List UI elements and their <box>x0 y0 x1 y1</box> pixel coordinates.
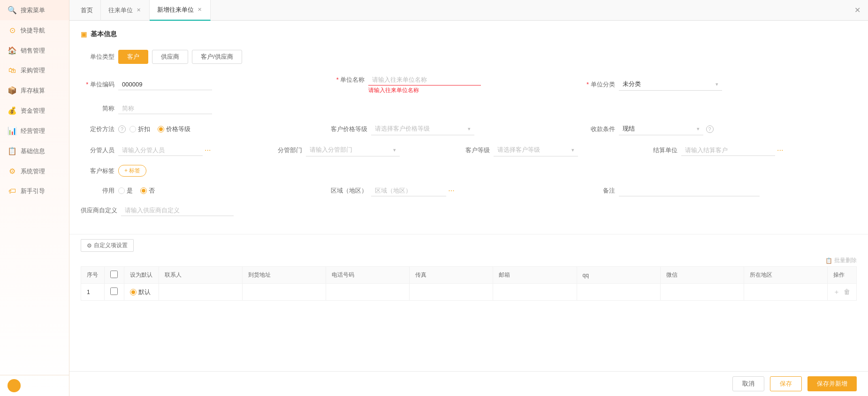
select-all-checkbox[interactable] <box>110 271 118 278</box>
sidebar-item-sales[interactable]: 🏠 销售管理 <box>0 40 69 61</box>
customer-level-label: 客户等级 <box>456 146 494 155</box>
disabled-radios: 是 否 <box>118 186 155 195</box>
region-input[interactable] <box>371 185 446 196</box>
payment-terms-label: 收款条件 <box>581 125 619 133</box>
tab-counterparty-close[interactable]: ✕ <box>136 6 142 14</box>
section-title-icon: ▣ <box>81 31 87 38</box>
add-tag-button[interactable]: + 标签 <box>118 165 146 177</box>
sidebar-label-sales: 销售管理 <box>21 47 45 55</box>
cell-address[interactable] <box>243 284 326 301</box>
short-name-input[interactable] <box>118 103 212 114</box>
cell-fax[interactable] <box>410 284 493 301</box>
save-button[interactable]: 保存 <box>770 376 802 391</box>
unit-type-label: 单位类型 <box>81 53 118 61</box>
avatar <box>8 379 21 392</box>
section-title: ▣ 基本信息 <box>81 30 831 39</box>
row-default-radio[interactable]: 默认 <box>130 288 153 296</box>
wechat-input[interactable] <box>666 289 738 295</box>
customer-price-level-select[interactable]: 请选择客户价格等级 ▾ <box>371 123 474 135</box>
sidebar-item-purchase[interactable]: 🛍 采购管理 <box>0 61 69 80</box>
sidebar-item-search[interactable]: 🔍 搜索菜单 <box>0 0 69 20</box>
customer-level-select[interactable]: 请选择客户等级 ▾ <box>494 144 578 156</box>
form-area: ▣ 基本信息 单位类型 客户 供应商 客户/供应商 单位编码 <box>69 21 868 234</box>
custom-settings-button[interactable]: ⚙ 自定义项设置 <box>81 239 134 252</box>
phone-input[interactable] <box>332 289 404 295</box>
notes-label: 备注 <box>581 186 619 195</box>
payment-terms-select[interactable]: 现结 ▾ <box>619 123 703 135</box>
tags-row: 客户标签 + 标签 <box>81 165 831 177</box>
guide-icon: 🏷 <box>8 187 17 195</box>
tab-home[interactable]: 首页 <box>73 0 101 21</box>
contact-input[interactable] <box>165 289 236 295</box>
unit-code-input[interactable] <box>118 79 212 90</box>
supplier-custom-row: 供应商自定义 <box>81 205 831 216</box>
row-default-dot <box>131 290 135 294</box>
radio-disabled-no[interactable]: 否 <box>140 186 155 195</box>
sidebar-item-operations[interactable]: 📊 经营管理 <box>0 121 69 141</box>
sidebar-item-system[interactable]: ⚙ 系统管理 <box>0 161 69 181</box>
fax-input[interactable] <box>415 289 487 295</box>
row-checkbox[interactable] <box>110 287 118 295</box>
tab-counterparty[interactable]: 往来单位 ✕ <box>101 0 150 21</box>
cell-wechat[interactable] <box>660 284 744 301</box>
code-name-category-row: 单位编码 单位名称 请输入往来单位名称 <box>81 74 831 94</box>
sidebar-item-shortcut[interactable]: ⊙ 快捷导航 <box>0 20 69 40</box>
unit-code-group: 单位编码 <box>81 79 321 90</box>
row-actions: ＋ 🗑 <box>833 288 851 296</box>
region-group: 区域（地区） ··· <box>331 185 571 196</box>
cell-action: ＋ 🗑 <box>827 284 856 301</box>
sidebar-item-inventory[interactable]: 📦 库存核算 <box>0 80 69 101</box>
region-more-button[interactable]: ··· <box>446 186 456 195</box>
cell-checkbox <box>104 284 124 301</box>
radio-discount[interactable]: 折扣 <box>129 125 150 133</box>
radio-disabled-yes[interactable]: 是 <box>118 186 133 195</box>
payment-terms-value: 现结 <box>623 124 635 133</box>
pricing-method-help[interactable]: ? <box>118 125 126 133</box>
tab-new-counterparty-close[interactable]: ✕ <box>197 6 203 14</box>
window-close-button[interactable]: ✕ <box>851 4 864 16</box>
sidebar-label-operations: 经营管理 <box>21 127 45 135</box>
sidebar-item-guide[interactable]: 🏷 新手引导 <box>0 181 69 201</box>
qq-input[interactable] <box>583 289 655 295</box>
sidebar-label-shortcut: 快捷导航 <box>21 26 45 35</box>
tab-new-counterparty[interactable]: 新增往来单位 ✕ <box>150 0 211 21</box>
department-select[interactable]: 请输入分管部门 ▾ <box>306 144 400 156</box>
cell-qq[interactable] <box>577 284 660 301</box>
unit-btn-customer[interactable]: 客户 <box>118 50 148 64</box>
save-and-new-button[interactable]: 保存并新增 <box>807 376 857 391</box>
supplier-custom-input[interactable] <box>121 205 234 216</box>
cell-region[interactable] <box>744 284 827 301</box>
cell-phone[interactable] <box>326 284 410 301</box>
manager-more-button[interactable]: ··· <box>203 146 213 155</box>
row-add-button[interactable]: ＋ <box>833 288 840 296</box>
cell-email[interactable] <box>493 284 577 301</box>
notes-input[interactable] <box>619 185 760 196</box>
col-qq: qq <box>577 267 660 284</box>
settlement-unit-input[interactable] <box>681 145 775 156</box>
sidebar-item-finance[interactable]: 💰 资金管理 <box>0 101 69 121</box>
main-content: 首页 往来单位 ✕ 新增往来单位 ✕ ✕ ▣ 基本信息 单位类型 <box>69 0 868 396</box>
radio-price-level[interactable]: 价格等级 <box>158 125 190 133</box>
manager-input[interactable] <box>118 145 203 156</box>
address-input[interactable] <box>248 289 320 295</box>
customer-price-level-chevron: ▾ <box>468 126 471 132</box>
cell-contact[interactable] <box>159 284 242 301</box>
settlement-unit-more-button[interactable]: ··· <box>775 146 785 155</box>
sidebar-label-basic: 基础信息 <box>21 147 45 155</box>
email-input[interactable] <box>499 289 571 295</box>
pricing-row: 定价方法 ? 折扣 价格等级 <box>81 123 831 135</box>
payment-terms-help[interactable]: ? <box>706 125 714 133</box>
cancel-button[interactable]: 取消 <box>732 376 764 391</box>
unit-name-input[interactable] <box>368 74 481 85</box>
region-input-table[interactable] <box>750 289 822 295</box>
unit-btn-supplier[interactable]: 供应商 <box>152 50 188 64</box>
unit-name-label: 单位名称 <box>331 76 368 84</box>
short-name-label: 简称 <box>81 104 118 113</box>
cell-default: 默认 <box>124 284 159 301</box>
row-delete-button[interactable]: 🗑 <box>844 288 850 296</box>
bulk-delete-label[interactable]: 批量删除 <box>834 256 857 264</box>
col-action: 操作 <box>827 267 856 284</box>
sidebar-item-basic[interactable]: 📋 基础信息 <box>0 141 69 161</box>
unit-btn-both[interactable]: 客户/供应商 <box>192 50 242 64</box>
unit-category-select[interactable]: 未分类 ▾ <box>619 78 722 91</box>
